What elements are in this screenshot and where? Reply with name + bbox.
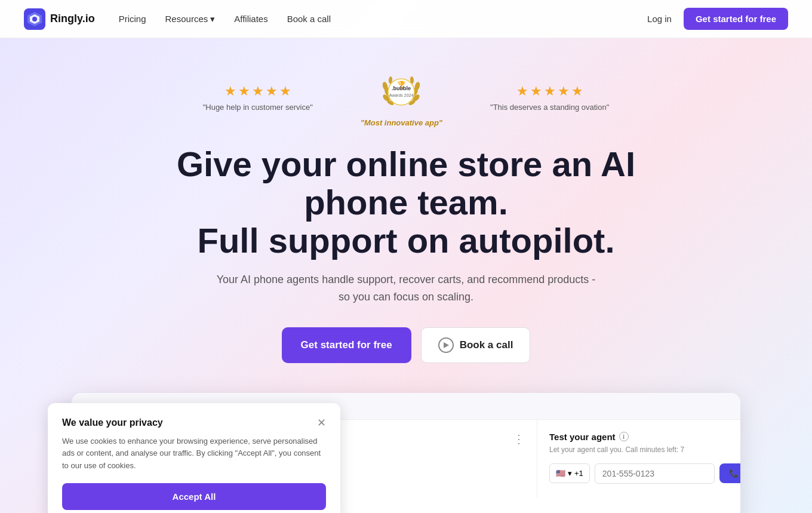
cookie-body-text: We use cookies to enhance your browsing …	[62, 435, 326, 472]
book-call-button[interactable]: Book a call	[421, 327, 531, 363]
title-line1: Give your online store an AI phone team.	[177, 145, 635, 222]
nav-book-call[interactable]: Book a call	[287, 14, 331, 24]
nav-pricing[interactable]: Pricing	[119, 14, 146, 24]
bubble-label: "Most innovative app"	[361, 118, 442, 127]
nav-get-started-button[interactable]: Get started for free	[684, 8, 788, 30]
proof-right-quote: "This deserves a standing ovation"	[490, 103, 609, 112]
book-call-label: Book a call	[460, 339, 513, 351]
get-started-button[interactable]: Get started for free	[282, 327, 411, 363]
svg-point-1	[32, 17, 37, 21]
proof-left-quote: "Huge help in customer service"	[203, 103, 313, 112]
cta-row: Get started for free Book a call	[282, 327, 531, 363]
logo-text: Ringly.io	[50, 13, 95, 25]
play-circle-icon	[438, 337, 454, 353]
star-r4: ★	[558, 84, 570, 99]
headline-section: Give your online store an AI phone team.…	[137, 145, 675, 327]
bubble-award: .bubble Awards 2024 🏆 "Most innovative a…	[361, 68, 442, 127]
star-4: ★	[266, 84, 278, 99]
phone-input[interactable]	[595, 463, 715, 484]
nav-resources[interactable]: Resources ▾	[165, 14, 216, 24]
phone-prefix: +1	[574, 469, 583, 478]
nav-affiliates[interactable]: Affiliates	[234, 14, 267, 24]
star-2: ★	[238, 84, 250, 99]
hero-section: ★ ★ ★ ★ ★ "Huge help in customer service…	[0, 0, 812, 513]
svg-text:🏆: 🏆	[397, 80, 406, 89]
star-3: ★	[252, 84, 264, 99]
nav-links: Pricing Resources ▾ Affiliates Book a ca…	[119, 14, 647, 24]
flag-chevron-icon: ▾	[568, 469, 572, 478]
headline-subtitle: Your AI phone agents handle support, rec…	[161, 271, 651, 306]
flag-selector[interactable]: 🇺🇸 ▾ +1	[549, 463, 590, 483]
star-r1: ★	[516, 84, 528, 99]
cookie-title: We value your privacy	[62, 417, 163, 428]
star-r5: ★	[571, 84, 583, 99]
stars-right: ★ ★ ★ ★ ★	[516, 84, 583, 99]
play-triangle-icon	[444, 342, 449, 348]
call-me-button[interactable]: 📞 Call me	[719, 463, 740, 483]
bubble-award-icon: .bubble Awards 2024 🏆	[377, 68, 425, 116]
agent-menu-icon[interactable]: ⋮	[513, 432, 525, 446]
logo-icon	[24, 8, 45, 30]
logo[interactable]: Ringly.io	[24, 8, 95, 30]
chevron-down-icon: ▾	[210, 14, 215, 24]
test-agent-title: Test your agent i	[549, 432, 728, 442]
call-input-row: 🇺🇸 ▾ +1 📞 Call me	[549, 463, 728, 484]
headline-title: Give your online store an AI phone team.…	[161, 145, 651, 259]
demo-right-panel: Test your agent i Let your agent call yo…	[537, 420, 740, 497]
demo-area: › Customer support agent 🕐 Call history …	[48, 393, 764, 513]
cookie-header: We value your privacy ✕	[62, 417, 326, 428]
login-link[interactable]: Log in	[647, 14, 672, 24]
nav-right: Log in Get started for free	[647, 8, 788, 30]
navigation: Ringly.io Pricing Resources ▾ Affiliates…	[0, 0, 812, 38]
cookie-close-button[interactable]: ✕	[317, 417, 326, 428]
phone-call-icon: 📞	[729, 469, 739, 478]
social-proof-row: ★ ★ ★ ★ ★ "Huge help in customer service…	[203, 68, 610, 127]
flag-emoji: 🇺🇸	[556, 469, 565, 478]
test-agent-sub: Let your agent call you. Call minutes le…	[549, 446, 728, 454]
proof-right: ★ ★ ★ ★ ★ "This deserves a standing ovat…	[490, 84, 609, 112]
star-5: ★	[279, 84, 291, 99]
proof-left: ★ ★ ★ ★ ★ "Huge help in customer service…	[203, 84, 313, 112]
svg-text:Awards 2024: Awards 2024	[389, 93, 414, 97]
star-1: ★	[224, 84, 236, 99]
cookie-banner: We value your privacy ✕ We use cookies t…	[48, 403, 340, 513]
info-icon[interactable]: i	[619, 432, 629, 441]
cookie-accept-button[interactable]: Accept All	[62, 483, 326, 510]
star-r3: ★	[544, 84, 556, 99]
stars-left: ★ ★ ★ ★ ★	[224, 84, 291, 99]
star-r2: ★	[530, 84, 542, 99]
title-line2: Full support on autopilot.	[197, 221, 614, 260]
test-agent-title-text: Test your agent	[549, 432, 616, 442]
